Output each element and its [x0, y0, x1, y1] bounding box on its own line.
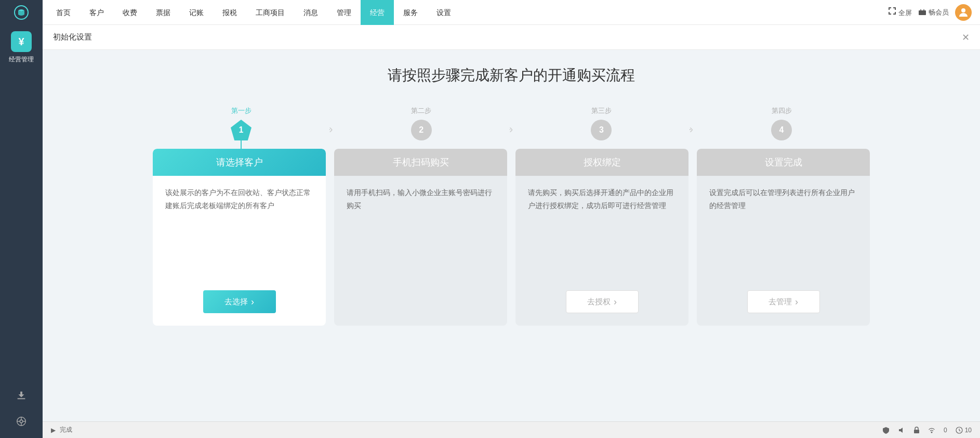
svg-point-4: [20, 420, 23, 423]
clock-icon: [956, 427, 963, 434]
nav-item-记账[interactable]: 记账: [180, 0, 213, 25]
step-card-header-1: 请选择客户: [153, 149, 326, 176]
svg-rect-9: [914, 430, 919, 433]
page-header: 初始化设置 ✕: [43, 25, 980, 50]
cards-container: 请选择客户 该处展示的客户为不在回收站、客户状态正常建账后完成老板端绑定的所有客…: [137, 149, 885, 326]
status-bar: ▶ 完成 0: [43, 421, 980, 438]
shield-status: [882, 427, 890, 434]
status-bar-left: ▶ 完成: [51, 426, 72, 434]
nav-item-票据[interactable]: 票据: [147, 0, 180, 25]
step-label-4: 第四步: [772, 106, 792, 115]
step-header-1: 第一步 1: [153, 106, 329, 140]
svg-point-2: [961, 8, 965, 12]
step-card-4: 设置完成 设置完成后可以在管理列表进行所有企业用户的经营管理 去管理 ›: [697, 149, 870, 326]
nav-item-工商项目[interactable]: 工商项目: [246, 0, 294, 25]
vip-btn[interactable]: 畅会员: [918, 8, 949, 17]
nav-item-设置[interactable]: 设置: [427, 0, 460, 25]
download-icon[interactable]: [13, 387, 30, 404]
step-circle-1: 1: [231, 120, 251, 140]
step-card-header-3: 授权绑定: [515, 149, 688, 176]
fullscreen-btn[interactable]: 全屏: [888, 7, 912, 18]
nav-item-服务[interactable]: 服务: [394, 0, 427, 25]
step-indicators: [137, 140, 885, 149]
step-header-3: 第三步 3: [513, 106, 690, 140]
nav-item-经营[interactable]: 经营: [361, 0, 394, 25]
step-card-footer-4: 去管理 ›: [697, 282, 870, 326]
status-label: 完成: [60, 426, 72, 434]
step-circle-4: 4: [771, 120, 792, 140]
shield-icon: [882, 427, 890, 434]
svg-rect-1: [919, 10, 926, 15]
step-card-body-2: 请用手机扫码，输入小微企业主账号密码进行购买: [334, 176, 507, 305]
step-circle-3: 3: [591, 120, 612, 140]
step-label-3: 第三步: [591, 106, 612, 115]
main-title: 请按照步骤完成新客户的开通购买流程: [137, 66, 885, 85]
step-circle-2: 2: [411, 120, 432, 140]
app-logo-icon: [14, 5, 29, 20]
step-card-body-4: 设置完成后可以在管理列表进行所有企业用户的经营管理: [697, 176, 870, 282]
nav-item-首页[interactable]: 首页: [47, 0, 80, 25]
step-card-2: 手机扫码购买 请用手机扫码，输入小微企业主账号密码进行购买: [334, 149, 507, 326]
step-card-footer-2: [334, 305, 507, 326]
user-avatar[interactable]: [955, 4, 972, 21]
step-card-3: 授权绑定 请先购买，购买后选择开通的产品中的企业用户进行授权绑定，成功后即可进行…: [515, 149, 688, 326]
sidebar-label: 经营管理: [9, 55, 34, 64]
network-icon: [928, 427, 935, 434]
nav-item-收费[interactable]: 收费: [113, 0, 147, 25]
status-bar-right: 0 10: [882, 427, 972, 434]
sidebar: ¥ 经营管理: [0, 25, 43, 438]
content-area: 初始化设置 ✕ 请按照步骤完成新客户的开通购买流程 第一步 1: [43, 25, 980, 438]
top-nav: 首页客户收费票据记账报税工商项目消息管理经营服务设置 全屏 畅会员: [0, 0, 980, 25]
top-nav-right: 全屏 畅会员: [888, 4, 980, 21]
steps-header: 第一步 1 › 第二步 2 ›: [137, 106, 885, 140]
support-icon[interactable]: [13, 413, 30, 430]
wizard-container: 请按照步骤完成新客户的开通购买流程 第一步 1 › 第二步: [137, 66, 885, 326]
go-select-button[interactable]: 去选择 ›: [203, 290, 276, 313]
connector-2: ›: [510, 124, 513, 140]
nav-item-消息[interactable]: 消息: [294, 0, 327, 25]
nav-item-报税[interactable]: 报税: [213, 0, 246, 25]
nav-item-客户[interactable]: 客户: [80, 0, 113, 25]
step-card-footer-1: 去选择 ›: [153, 282, 326, 326]
content-body: 请按照步骤完成新客户的开通购买流程 第一步 1 › 第二步: [43, 50, 980, 421]
connector-3: ›: [690, 124, 693, 140]
go-manage-button[interactable]: 去管理 ›: [747, 290, 820, 313]
play-button[interactable]: ▶: [51, 427, 56, 434]
step-card-header-2: 手机扫码购买: [334, 149, 507, 176]
step-card-footer-3: 去授权 ›: [515, 282, 688, 326]
sidebar-bottom: [13, 387, 30, 438]
lock-icon: [913, 427, 920, 434]
step-label-1: 第一步: [231, 106, 251, 115]
sidebar-logo: ¥: [11, 31, 32, 52]
step-card-1: 请选择客户 该处展示的客户为不在回收站、客户状态正常建账后完成老板端绑定的所有客…: [153, 149, 326, 326]
step-card-header-4: 设置完成: [697, 149, 870, 176]
step-label-2: 第二步: [411, 106, 431, 115]
close-button[interactable]: ✕: [962, 32, 970, 43]
step-header-2: 第二步 2: [333, 106, 510, 140]
page-title: 初始化设置: [53, 32, 92, 42]
step-header-4: 第四步 4: [693, 106, 870, 140]
network-status: [928, 427, 935, 434]
battery-status: 0: [944, 427, 947, 434]
clock-status: 10: [956, 427, 972, 434]
lock-status: [913, 427, 920, 434]
svg-point-10: [931, 431, 932, 433]
nav-item-管理[interactable]: 管理: [327, 0, 361, 25]
volume-icon: [898, 427, 905, 434]
step-card-body-1: 该处展示的客户为不在回收站、客户状态正常建账后完成老板端绑定的所有客户: [153, 176, 326, 282]
volume-status: [898, 427, 905, 434]
connector-1: ›: [329, 124, 333, 140]
step-card-body-3: 请先购买，购买后选择开通的产品中的企业用户进行授权绑定，成功后即可进行经营管理: [515, 176, 688, 282]
go-authorize-button[interactable]: 去授权 ›: [566, 290, 639, 313]
